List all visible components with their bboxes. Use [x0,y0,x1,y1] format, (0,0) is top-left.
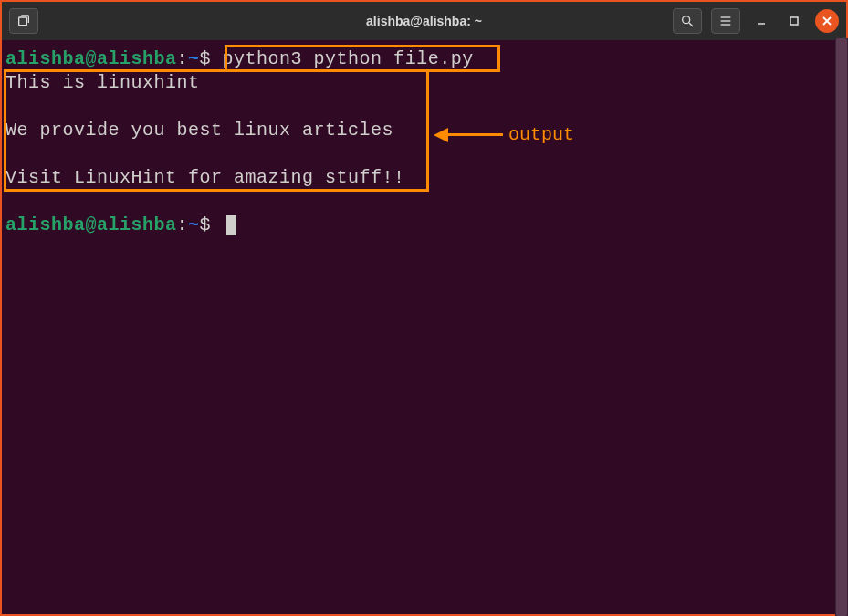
maximize-icon [789,16,800,26]
command-text: python3 python file.py [211,47,474,71]
prompt-path: ~ [188,47,200,71]
annotation-label: output [508,124,574,145]
scrollbar-track[interactable] [835,38,848,616]
search-icon [680,14,695,28]
svg-line-2 [689,23,693,26]
maximize-button[interactable] [782,9,806,33]
new-tab-button[interactable] [9,8,38,34]
new-tab-icon [16,14,31,28]
close-icon [822,16,832,26]
titlebar: alishba@alishba: ~ [2,2,846,40]
prompt-symbol: $ [200,214,212,237]
arrow-line-icon [448,133,503,136]
svg-rect-7 [790,17,798,25]
prompt-path: ~ [188,214,200,237]
titlebar-controls [673,8,839,34]
user-host: alishba@alishba [5,47,177,71]
output-line: Visit LinuxHint for amazing stuff!! [5,166,843,190]
svg-rect-0 [19,17,27,26]
spacer [5,190,843,214]
close-button[interactable] [815,9,839,33]
prompt-line-1: alishba@alishba : ~ $ python3 python fil… [5,47,843,71]
output-annotation: output [434,124,574,145]
prompt-separator: : [177,47,189,71]
svg-point-1 [683,16,690,24]
cursor-icon [226,215,236,235]
prompt-separator: : [177,214,189,237]
minimize-button[interactable] [749,9,773,33]
arrow-left-icon [434,128,448,142]
search-button[interactable] [673,8,702,34]
minimize-icon [756,16,767,26]
output-line: This is linuxhint [5,71,843,95]
prompt-line-2: alishba@alishba : ~ $ [5,214,843,237]
prompt-symbol: $ [200,47,212,71]
output-blank [5,142,843,166]
hamburger-icon [718,14,733,28]
output-line: We provide you best linux articles [5,119,843,142]
cursor-area [211,214,236,237]
hamburger-menu-button[interactable] [711,8,740,34]
terminal-body[interactable]: alishba@alishba : ~ $ python3 python fil… [2,40,846,614]
window-title: alishba@alishba: ~ [366,14,482,28]
output-blank [5,95,843,119]
scrollbar-thumb[interactable] [836,38,847,616]
user-host: alishba@alishba [5,214,177,237]
